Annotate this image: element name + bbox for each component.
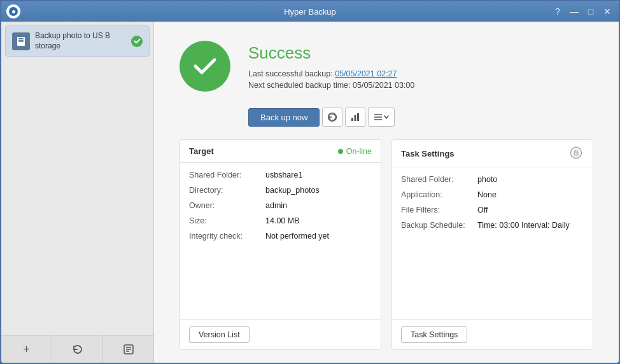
target-panel-body: Shared Folder: usbshare1 Directory: back…: [180, 163, 381, 319]
main-content: Success Last successful backup: 05/05/20…: [154, 22, 619, 363]
success-check-icon: [131, 36, 143, 47]
target-status: On-line: [338, 147, 372, 156]
table-row: Owner: admin: [189, 201, 372, 210]
checkmark-large-icon: [190, 52, 220, 81]
stats-icon: [350, 112, 360, 122]
sidebar-items: Backup photo to US B storage: [1, 22, 153, 335]
task-settings-button[interactable]: Task Settings: [401, 326, 467, 343]
sidebar-item-backup-photo-usb[interactable]: Backup photo to US B storage: [5, 25, 150, 57]
info-label: Integrity check:: [189, 232, 265, 241]
info-value: None: [477, 190, 497, 199]
svg-rect-11: [357, 113, 359, 121]
online-dot: [338, 149, 343, 154]
info-label: Application:: [401, 190, 477, 199]
svg-rect-1: [18, 38, 24, 39]
svg-point-17: [575, 153, 577, 155]
info-value: Off: [477, 206, 488, 214]
backup-icon: [12, 32, 30, 50]
sidebar-footer: +: [1, 335, 153, 363]
add-task-button[interactable]: +: [1, 336, 52, 363]
table-row: Shared Folder: usbshare1: [189, 171, 372, 179]
next-backup-info: Next scheduled backup time: 05/05/2021 0…: [248, 81, 414, 90]
titlebar: Hyper Backup ? — □ ✕: [1, 1, 619, 22]
task-settings-panel: Task Settings Shared Folder: [391, 139, 593, 350]
info-label: Shared Folder:: [401, 175, 477, 184]
info-value: photo: [477, 175, 497, 184]
status-section: Success Last successful backup: 05/05/20…: [180, 41, 593, 92]
app-logo: [6, 4, 20, 18]
close-button[interactable]: ✕: [601, 5, 614, 18]
table-row: Directory: backup_photos: [189, 186, 372, 195]
target-panel-header: Target On-line: [180, 140, 381, 163]
info-label: File Filters:: [401, 206, 477, 214]
svg-rect-2: [18, 40, 24, 41]
last-backup-link[interactable]: 05/05/2021 02:27: [335, 69, 397, 78]
sidebar-item-label: Backup photo to US B storage: [35, 31, 131, 51]
restore-icon: [72, 344, 83, 355]
target-panel: Target On-line Shared Folder: usbshare1 …: [180, 139, 381, 350]
minimize-button[interactable]: —: [568, 5, 581, 18]
status-title: Success: [248, 43, 414, 63]
backup-now-button[interactable]: Back up now: [248, 108, 320, 127]
task-panel-body: Shared Folder: photo Application: None F…: [392, 167, 593, 319]
table-row: File Filters: Off: [401, 206, 584, 214]
info-value: 14.00 MB: [265, 216, 300, 225]
info-value: usbshare1: [265, 171, 302, 179]
target-panel-footer: Version List: [180, 319, 381, 349]
info-label: Shared Folder:: [189, 171, 265, 179]
target-panel-title: Target: [189, 146, 214, 156]
svg-point-15: [571, 148, 582, 158]
info-value: Not performed yet: [265, 232, 329, 241]
svg-rect-10: [355, 115, 356, 121]
version-list-button[interactable]: Version List: [189, 326, 250, 343]
table-row: Size: 14.00 MB: [189, 216, 372, 225]
info-label: Owner:: [189, 201, 265, 210]
task-panel-footer: Task Settings: [392, 319, 593, 349]
svg-rect-3: [18, 41, 24, 42]
window-controls: ? — □ ✕: [551, 5, 614, 18]
help-button[interactable]: ?: [551, 5, 564, 18]
log-button[interactable]: [103, 336, 153, 363]
next-backup-label: Next scheduled backup time:: [248, 81, 351, 90]
task-panel-header: Task Settings: [392, 140, 593, 167]
status-info: Success Last successful backup: 05/05/20…: [248, 41, 414, 92]
info-value: backup_photos: [265, 186, 320, 195]
history-icon: [327, 112, 337, 122]
table-row: Application: None: [401, 190, 584, 199]
lock-settings-icon: [570, 146, 582, 159]
info-label: Directory:: [189, 186, 265, 195]
svg-rect-9: [351, 118, 353, 121]
task-panel-title: Task Settings: [401, 149, 454, 158]
backup-history-button[interactable]: [322, 108, 342, 127]
restore-button[interactable]: [52, 336, 103, 363]
info-label: Backup Schedule:: [401, 221, 477, 230]
online-label: On-line: [346, 147, 372, 156]
app-window: Hyper Backup ? — □ ✕: [0, 0, 620, 364]
last-backup-label: Last successful backup:: [248, 69, 333, 78]
status-success-icon: [180, 41, 230, 92]
more-actions-button[interactable]: [368, 108, 395, 127]
task-settings-icon[interactable]: [570, 146, 584, 160]
table-row: Integrity check: Not performed yet: [189, 232, 372, 241]
window-title: Hyper Backup: [284, 7, 336, 17]
content-area: Backup photo to US B storage +: [1, 22, 619, 363]
log-icon: [123, 344, 134, 355]
chevron-down-icon: [384, 115, 389, 120]
sidebar: Backup photo to US B storage +: [1, 22, 154, 363]
info-panels: Target On-line Shared Folder: usbshare1 …: [180, 139, 593, 350]
next-backup-value: 05/05/2021 03:00: [353, 81, 414, 90]
action-bar: Back up now: [180, 108, 593, 127]
last-backup-info: Last successful backup: 05/05/2021 02:27: [248, 69, 414, 78]
menu-lines-icon: [374, 113, 383, 122]
table-row: Backup Schedule: Time: 03:00 Interval: D…: [401, 221, 584, 230]
info-label: Size:: [189, 216, 265, 225]
info-value: admin: [265, 201, 287, 210]
info-value: Time: 03:00 Interval: Daily: [477, 221, 570, 230]
checkmark-icon: [134, 38, 141, 45]
maximize-button[interactable]: □: [584, 5, 597, 18]
statistics-button[interactable]: [345, 108, 365, 127]
usb-drive-icon: [16, 36, 26, 46]
table-row: Shared Folder: photo: [401, 175, 584, 184]
